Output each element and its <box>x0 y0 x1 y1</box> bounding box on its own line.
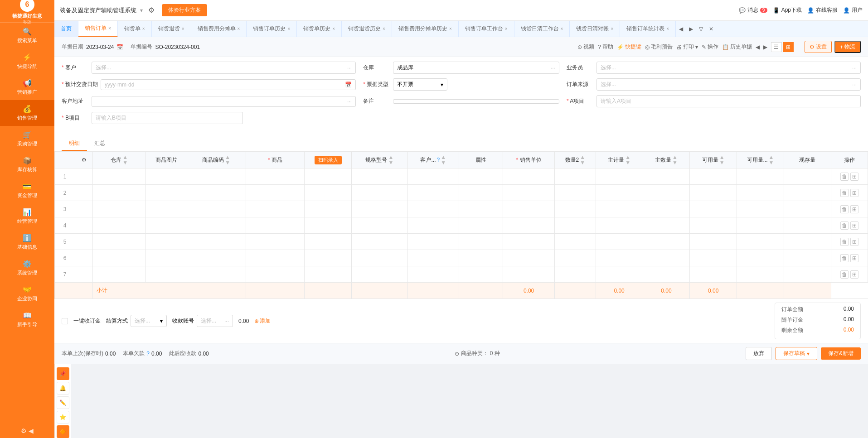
scan-button[interactable]: 扫码录入 <box>315 156 342 164</box>
row-cust-code[interactable] <box>407 201 459 217</box>
row-qty2[interactable] <box>554 185 596 201</box>
row-main-qty[interactable] <box>643 250 690 266</box>
row-code[interactable] <box>187 250 246 266</box>
sidebar-settings-btn[interactable]: ⚙ <box>21 427 27 434</box>
row-attr[interactable] <box>459 266 503 283</box>
row-avail2[interactable] <box>737 266 784 283</box>
row-cust-code[interactable] <box>407 250 459 266</box>
row-unit[interactable] <box>503 234 555 250</box>
tab-prev-btn[interactable]: ◀ <box>676 21 686 37</box>
tab-order-workbench-close[interactable]: × <box>505 26 508 31</box>
industry-solution-button[interactable]: 体验行业方案 <box>162 4 207 16</box>
right-panel-btn-1[interactable]: 📌 <box>57 367 69 380</box>
tab-sales-order-close[interactable]: × <box>108 26 111 31</box>
tab-sales-return-close[interactable]: × <box>182 26 184 31</box>
row-img[interactable] <box>146 217 187 234</box>
row-delete-btn[interactable]: 🗑 <box>840 189 849 197</box>
detail-tab-mingxi[interactable]: 明细 <box>62 137 87 151</box>
delivery-calendar-icon[interactable]: 📅 <box>345 82 352 88</box>
row-cust-code[interactable] <box>407 168 459 185</box>
row-avail2[interactable] <box>737 217 784 234</box>
row-product[interactable] <box>246 266 305 283</box>
row-attr[interactable] <box>459 217 503 234</box>
row-code[interactable] <box>187 266 246 283</box>
account-ellipsis[interactable]: ··· <box>224 318 229 324</box>
row-product[interactable] <box>246 234 305 250</box>
tab-sales-order[interactable]: 销售订单 × <box>78 21 118 37</box>
order-source-ellipsis[interactable]: ··· <box>852 82 857 88</box>
tab-sales-order-history-close[interactable]: × <box>287 26 290 31</box>
staff-ellipsis[interactable]: ··· <box>852 65 857 71</box>
profit-action-btn[interactable]: ◎ 毛利预告 <box>645 43 673 51</box>
address-ellipsis[interactable]: ··· <box>347 98 352 105</box>
row-avail[interactable] <box>690 185 737 201</box>
tab-sales-expense[interactable]: 销售费用分摊单 × <box>191 21 247 37</box>
row-warehouse[interactable] <box>93 201 146 217</box>
tab-cash-reconcile[interactable]: 钱货日清对账 × <box>570 21 620 37</box>
row-product[interactable] <box>246 168 305 185</box>
tab-home[interactable]: 首页 <box>54 21 78 37</box>
b-project-input[interactable]: 请输入B项目 <box>92 112 243 124</box>
row-spec[interactable] <box>352 250 407 266</box>
customer-input[interactable]: 选择... ··· <box>92 62 356 74</box>
row-main-unit[interactable] <box>596 234 643 250</box>
tab-sales-order-history[interactable]: 销售订单历史 × <box>247 21 297 37</box>
tab-order-workbench[interactable]: 销售订单工作台 × <box>459 21 514 37</box>
topbar-settings-icon[interactable]: ⚙ <box>148 6 155 14</box>
customer-ellipsis[interactable]: ··· <box>347 65 352 71</box>
row-code[interactable] <box>187 201 246 217</box>
sidebar-item-purchase[interactable]: 🛒 采购管理 <box>0 126 54 152</box>
row-main-qty[interactable] <box>643 185 690 201</box>
history-action-btn[interactable]: 📋 历史单据 <box>722 43 752 51</box>
row-main-qty[interactable] <box>643 234 690 250</box>
tab-expand-btn[interactable]: ▽ <box>696 21 706 37</box>
row-copy-btn[interactable]: ⊞ <box>850 189 858 197</box>
one-click-checkbox[interactable] <box>62 318 68 324</box>
row-main-qty[interactable] <box>643 217 690 234</box>
row-qty2[interactable] <box>554 168 596 185</box>
tab-cash-reconcile-close[interactable]: × <box>611 26 613 31</box>
row-avail2[interactable] <box>737 234 784 250</box>
calendar-icon[interactable]: 📅 <box>116 44 123 50</box>
nav-prev-icon[interactable]: ◀ <box>756 44 760 50</box>
row-stock[interactable] <box>784 234 831 250</box>
row-qty2[interactable] <box>554 201 596 217</box>
row-qty2[interactable] <box>554 250 596 266</box>
topbar-app-download[interactable]: 📱 App下载 <box>773 6 802 14</box>
row-stock[interactable] <box>784 168 831 185</box>
row-attr[interactable] <box>459 201 503 217</box>
tab-expense-history[interactable]: 销售费用分摊单历史 × <box>392 21 459 37</box>
row-copy-btn[interactable]: ⊞ <box>850 254 858 262</box>
row-unit[interactable] <box>503 266 555 283</box>
sidebar-item-sales[interactable]: 💰 销售管理 <box>0 100 54 126</box>
row-copy-btn[interactable]: ⊞ <box>850 221 858 230</box>
row-delete-btn[interactable]: 🗑 <box>840 221 849 230</box>
topbar-message[interactable]: 💬 消息 9 <box>739 6 767 14</box>
row-img[interactable] <box>146 168 187 185</box>
row-product[interactable] <box>246 185 305 201</box>
detail-tab-huizong[interactable]: 汇总 <box>87 137 112 151</box>
row-spec[interactable] <box>352 266 407 283</box>
sidebar-item-finance[interactable]: 💳 资金管理 <box>0 178 54 203</box>
row-avail[interactable] <box>690 168 737 185</box>
row-main-unit[interactable] <box>596 185 643 201</box>
row-main-unit[interactable] <box>596 201 643 217</box>
tab-goods-history-close[interactable]: × <box>332 26 335 31</box>
tab-sales-goods-close[interactable]: × <box>142 26 145 31</box>
row-qty2[interactable] <box>554 217 596 234</box>
ops-action-btn[interactable]: ✎ 操作 <box>702 43 718 51</box>
row-spec[interactable] <box>352 217 407 234</box>
right-panel-btn-5[interactable]: 🔶 <box>57 425 69 438</box>
row-product[interactable] <box>246 250 305 266</box>
row-code[interactable] <box>187 168 246 185</box>
right-panel-btn-3[interactable]: ✏️ <box>57 396 69 409</box>
sidebar-item-marketing[interactable]: 📢 营销推广 <box>0 74 54 100</box>
row-spec[interactable] <box>352 201 407 217</box>
row-product[interactable] <box>246 217 305 234</box>
tab-expense-history-close[interactable]: × <box>449 26 452 31</box>
tab-sales-stats[interactable]: 销售订单统计表 × <box>620 21 676 37</box>
row-img[interactable] <box>146 185 187 201</box>
row-attr[interactable] <box>459 168 503 185</box>
warehouse-input[interactable]: 成品库 ··· <box>393 62 559 74</box>
row-qty2[interactable] <box>554 234 596 250</box>
